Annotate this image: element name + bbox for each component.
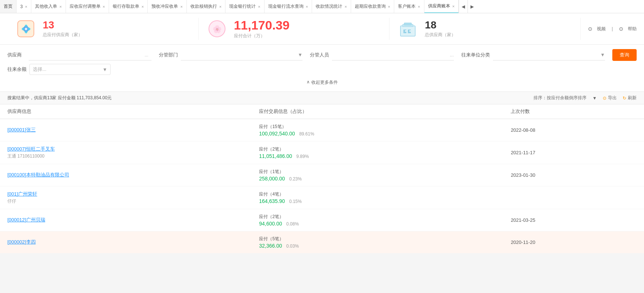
nav-tab-adjustment[interactable]: 应收应付调整单 ×	[66, 0, 109, 13]
last-payment-cell-2: 2021-11-17	[511, 150, 637, 155]
department-filter-select[interactable]: ▼	[181, 49, 303, 61]
balance-filter-select[interactable]: 选择... ▼	[29, 64, 111, 75]
manager-filter-label: 分管人员	[310, 52, 329, 58]
stat-block-total-suppliers: 18 总供应商（家）	[389, 18, 581, 40]
transaction-info-cell-1: 应付（15笔） 100,092,540.00 89.61%	[259, 124, 511, 137]
collapse-text: 收起更多条件	[311, 79, 338, 86]
col-header-last-payment: 上次付数	[511, 108, 637, 115]
nav-tab-payment-verify[interactable]: 收款核销执行 ×	[187, 0, 225, 13]
tx-percent-4: 0.15%	[289, 199, 302, 204]
query-button[interactable]: 查询	[612, 49, 637, 61]
transaction-info-cell-6: 应付（5笔） 32,366.00 0.03%	[259, 236, 511, 249]
nav-tab-supplier-book[interactable]: 供应商账本 ×	[424, 0, 459, 13]
export-action[interactable]: ⊙ 导出	[603, 95, 617, 101]
supplier-name-1[interactable]: [000001]张三	[7, 127, 259, 133]
transaction-info-cell-2: 应付（2笔） 11,051,486.00 9.89%	[259, 146, 511, 159]
collapse-bar[interactable]: ∧ 收起更多条件	[7, 78, 637, 87]
nav-tab-overdue[interactable]: 超期应收款查询 ×	[351, 0, 394, 13]
tab-3-label: 3	[20, 4, 23, 9]
close-adjustment-icon[interactable]: ×	[103, 4, 105, 9]
supplier-book-label: 供应商账本	[428, 3, 450, 9]
nav-tab-home[interactable]: 首页	[0, 0, 17, 13]
nav-tab-cash-query[interactable]: 现金银行流水查询 ×	[265, 0, 312, 13]
close-cash-stats-icon[interactable]: ×	[258, 4, 260, 9]
tx-label-5: 应付（2笔）	[259, 214, 511, 220]
svg-rect-9	[405, 30, 406, 32]
close-tab-3-icon[interactable]: ×	[25, 4, 27, 9]
nav-tab-pre-receive[interactable]: 预收冲应收单 ×	[148, 0, 186, 13]
svg-text:💠: 💠	[21, 24, 31, 34]
top-navigation: 首页 3 × 其他收入单 × 应收应付调整单 × 银行存取款单 × 预收冲应收单…	[0, 0, 644, 13]
close-other-income-icon[interactable]: ×	[59, 4, 62, 9]
supplier-info-cell-4: [001]广州荣轩 仔仔	[7, 191, 259, 204]
nav-tab-3[interactable]: 3 ×	[17, 0, 31, 13]
tx-amount-6[interactable]: 32,366.00	[259, 243, 282, 249]
supplier-name-3[interactable]: [000100]本特勒油品有限公司	[7, 172, 259, 178]
video-icon: ⊙	[588, 26, 592, 32]
tx-amount-3[interactable]: 258,000.00	[259, 176, 285, 182]
video-link[interactable]: 视频	[597, 26, 606, 32]
tx-percent-6: 0.03%	[286, 244, 299, 249]
category-filter-label: 往来单位分类	[461, 52, 490, 58]
adjustment-label: 应收应付调整单	[70, 3, 101, 10]
payable-suppliers-number: 13	[43, 20, 83, 31]
svg-text:🌸: 🌸	[212, 25, 221, 34]
tx-percent-1: 89.61%	[299, 131, 314, 137]
customer-book-label: 客户账本	[398, 3, 416, 10]
refresh-icon: ↻	[623, 96, 626, 101]
col-header-supplier: 供应商信息	[7, 108, 259, 115]
table-row: [000001]张三 应付（15笔） 100,092,540.00 89.61%…	[0, 119, 644, 141]
close-customer-book-icon[interactable]: ×	[418, 4, 420, 9]
transaction-info-cell-3: 应付（1笔） 258,000.00 0.23%	[259, 169, 511, 182]
close-bank-icon[interactable]: ×	[141, 4, 144, 9]
category-filter-select[interactable]: ▼	[493, 49, 605, 61]
department-filter-label: 分管部门	[159, 52, 178, 58]
other-income-label: 其他收入单	[35, 3, 57, 10]
supplier-name-5[interactable]: [000012]广州贝瑞	[7, 217, 259, 223]
close-supplier-book-icon[interactable]: ×	[452, 4, 455, 8]
supplier-name-6[interactable]: [000002]李四	[7, 239, 259, 245]
manager-filter-input[interactable]: ...	[332, 49, 454, 61]
receipt-stats-label: 收款情况统计	[316, 3, 342, 10]
divider: ｜	[610, 26, 615, 32]
supplier-info-cell-5: [000012]广州贝瑞	[7, 217, 259, 224]
nav-tab-receipt-stats[interactable]: 收款情况统计 ×	[312, 0, 351, 13]
last-payment-cell-5: 2021-03-25	[511, 217, 637, 223]
table-row: [000007]恒旺二手叉车 王通 17106110000 应付（2笔） 11,…	[0, 141, 644, 164]
tx-amount-4[interactable]: 164,635.90	[259, 198, 285, 204]
tx-amount-2[interactable]: 11,051,486.00	[259, 153, 292, 159]
nav-tab-bank[interactable]: 银行存取款单 ×	[109, 0, 148, 13]
close-receipt-stats-icon[interactable]: ×	[344, 4, 347, 9]
col-header-transaction: 应付交易信息（占比）	[259, 108, 511, 115]
supplier-filter-input[interactable]: ...	[29, 49, 151, 61]
nav-arrow-left[interactable]: ◀	[459, 0, 468, 13]
last-payment-cell-1: 2022-08-08	[511, 127, 637, 133]
supplier-info-cell-3: [000100]本特勒油品有限公司	[7, 172, 259, 179]
close-payment-verify-icon[interactable]: ×	[219, 4, 221, 9]
nav-arrow-right[interactable]: ▶	[468, 0, 476, 13]
svg-rect-10	[409, 30, 411, 32]
cash-stats-label: 现金银行统计	[229, 3, 256, 10]
balance-arrow-icon: ▼	[102, 67, 107, 72]
refresh-action[interactable]: ↻ 刷新	[623, 95, 637, 101]
filter-row-2: 往来余额 选择... ▼	[7, 64, 637, 75]
help-link[interactable]: 帮助	[628, 26, 637, 32]
overdue-label: 超期应收款查询	[355, 3, 386, 10]
filter-item-category: 往来单位分类 ▼	[461, 49, 605, 61]
table-row: [000100]本特勒油品有限公司 应付（1笔） 258,000.00 0.23…	[0, 164, 644, 186]
close-overdue-icon[interactable]: ×	[388, 4, 390, 9]
refresh-label: 刷新	[628, 95, 637, 101]
nav-tab-customer-book[interactable]: 客户账本 ×	[394, 0, 424, 13]
tx-amount-5[interactable]: 94,600.00	[259, 221, 282, 227]
supplier-name-4[interactable]: [001]广州荣轩	[7, 191, 259, 197]
balance-placeholder: 选择...	[33, 66, 46, 73]
tx-amount-1[interactable]: 100,092,540.00	[259, 131, 295, 137]
nav-tab-other-income[interactable]: 其他收入单 ×	[31, 0, 66, 13]
close-pre-receive-icon[interactable]: ×	[180, 4, 182, 9]
home-label: 首页	[4, 3, 13, 10]
stats-header: 💠 13 总应付供应商（家） 🌸 11,170.39 应付合计（万）	[0, 13, 644, 45]
close-cash-query-icon[interactable]: ×	[306, 4, 308, 9]
nav-tab-cash-stats[interactable]: 现金银行统计 ×	[225, 0, 264, 13]
supplier-name-2[interactable]: [000007]恒旺二手叉车	[7, 146, 259, 152]
header-right: ⊙ 视频 ｜ ⊙ 帮助	[581, 26, 637, 32]
